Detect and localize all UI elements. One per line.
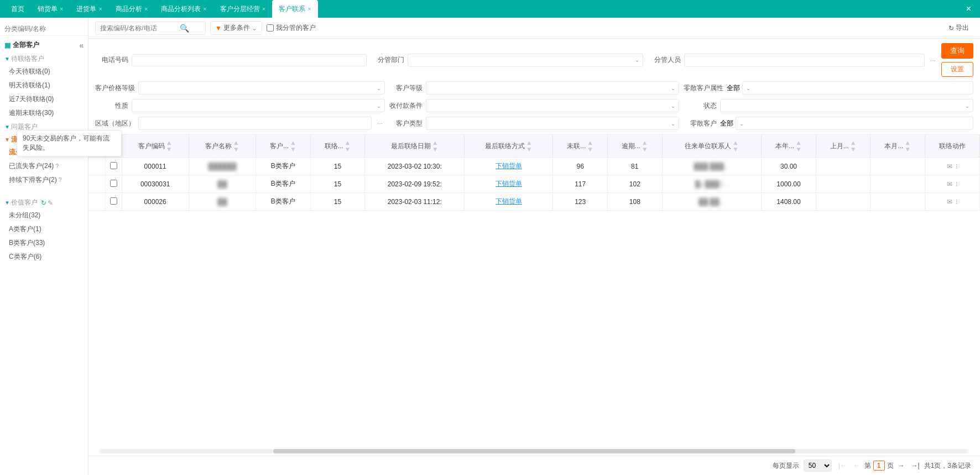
th-this-year-label: 本年...: [775, 142, 794, 151]
person-select[interactable]: [684, 54, 925, 67]
tab-home[interactable]: 首页: [4, 0, 31, 18]
row-contact2: █y ███3...: [662, 175, 762, 193]
sidebar-item-c-class[interactable]: C类客户(6): [0, 250, 88, 264]
region-dots-button[interactable]: ···: [375, 119, 385, 127]
my-customers-checkbox-label[interactable]: 我分管的客户: [267, 23, 316, 33]
action-icon-2[interactable]: ⁝: [956, 180, 958, 188]
tab-purchase[interactable]: 进货单 ×: [70, 0, 108, 18]
close-all-button[interactable]: ×: [962, 4, 976, 14]
action-icon-1[interactable]: ✉: [947, 163, 952, 170]
retail-attr-label: 零散客户属性: [684, 83, 723, 93]
sidebar-item-ungrouped[interactable]: 未分组(32): [0, 208, 88, 222]
tab-analysis-list-close[interactable]: ×: [203, 6, 206, 12]
sidebar-all-customers[interactable]: ▦ 全部客户 «: [0, 38, 88, 52]
price-level-select[interactable]: ⌄: [138, 81, 385, 95]
th-name-label: 客户名称: [205, 142, 232, 151]
th-overdue[interactable]: 逾期...▲▼: [607, 135, 662, 158]
sidebar-section-pending[interactable]: ▼ 待联络客户: [0, 52, 88, 65]
filter-row-2: 客户价格等级 ⌄ 客户等级 ⌄ 零散客户属性 全部: [95, 81, 973, 95]
customer-level-select[interactable]: ⌄: [426, 81, 679, 95]
status-select[interactable]: ⌄: [720, 99, 973, 112]
sidebar-item-declining-customers[interactable]: 持续下滑客户(2) ?: [0, 173, 88, 187]
sidebar-search-input[interactable]: [4, 25, 87, 33]
my-customers-checkbox[interactable]: [267, 24, 274, 32]
th-this-year[interactable]: 本年...▲▼: [762, 135, 816, 158]
th-action: 联络动作: [925, 135, 980, 158]
row-gear-cell: [88, 193, 105, 211]
prev-page-button[interactable]: ←: [851, 461, 862, 471]
action-icon-2[interactable]: ⁝: [956, 163, 958, 170]
export-button[interactable]: ↻ 导出: [944, 22, 973, 34]
page-size-label: 每页显示: [773, 461, 799, 471]
th-type-label: 客户...: [270, 142, 289, 151]
nature-select[interactable]: ⌄: [132, 99, 385, 112]
th-this-month[interactable]: 本月...▲▼: [870, 135, 925, 158]
tab-customer-tier[interactable]: 客户分层经营 ×: [213, 0, 272, 18]
sidebar-item-a-class[interactable]: A类客户(1): [0, 222, 88, 236]
settings-button[interactable]: 设置: [941, 62, 973, 77]
first-page-button[interactable]: |←: [836, 461, 849, 471]
tab-sales-close[interactable]: ×: [60, 6, 63, 12]
tab-sales[interactable]: 销货单 ×: [31, 0, 70, 18]
th-contact2[interactable]: 往来单位联系人▲▼: [662, 135, 762, 158]
th-last-date[interactable]: 最后联络日期▲▼: [365, 135, 465, 158]
tab-purchase-close[interactable]: ×: [98, 6, 102, 12]
customer-type-select[interactable]: ⌄: [426, 117, 679, 130]
row-checkbox[interactable]: [110, 197, 117, 205]
payment-select[interactable]: ⌄: [426, 99, 679, 112]
th-contact-count[interactable]: 联络...▲▼: [310, 135, 365, 158]
tab-customer-tier-close[interactable]: ×: [262, 6, 265, 12]
sidebar-item-overdue-contact[interactable]: 逾期未联络(30): [0, 106, 88, 120]
tab-customer-contact[interactable]: 客户联系 ×: [272, 0, 317, 18]
row-last-method[interactable]: 下销货单: [465, 158, 553, 175]
customer-table: ⚙ 客户编码▲▼ 客户名称▲▼ 客户...▲▼: [88, 135, 980, 211]
page-size-select[interactable]: 50 100 200: [804, 460, 832, 472]
action-icon-1[interactable]: ✉: [947, 180, 952, 188]
next-page-button[interactable]: →: [896, 461, 907, 471]
sidebar-item-today-contact[interactable]: 今天待联络(0): [0, 65, 88, 79]
value-edit-icon[interactable]: ✎: [48, 199, 53, 207]
phone-input[interactable]: [132, 54, 367, 66]
row-name: ██████: [189, 158, 256, 175]
value-refresh-icon[interactable]: ↻: [41, 199, 46, 207]
action-icon-2[interactable]: ⁝: [956, 198, 958, 206]
row-checkbox[interactable]: [110, 180, 117, 187]
sidebar-item-b-class[interactable]: B类客户(33): [0, 236, 88, 250]
row-last-method[interactable]: 下销货单: [465, 193, 553, 211]
th-uncontacted[interactable]: 未联...▲▼: [553, 135, 608, 158]
th-name[interactable]: 客户名称▲▼: [189, 135, 256, 158]
filter-search-box: 🔍: [95, 22, 206, 35]
region-label: 区域（地区）: [95, 119, 135, 128]
row-checkbox[interactable]: [110, 162, 117, 169]
sidebar-item-tomorrow-contact[interactable]: 明天待联络(1): [0, 79, 88, 92]
contact-count-sort-arrows: ▲▼: [345, 139, 351, 153]
retail-select[interactable]: ⌄: [736, 117, 973, 130]
action-icon-1[interactable]: ✉: [947, 198, 952, 206]
sidebar-collapse-btn[interactable]: «: [79, 41, 84, 50]
last-page-button[interactable]: →|: [909, 461, 922, 471]
tab-customer-contact-close[interactable]: ×: [307, 6, 311, 12]
horizontal-scrollbar[interactable]: [88, 447, 980, 456]
filter-row-1: 电话号码 分管部门 ⌄ 分管人员 ···: [95, 43, 973, 77]
retail-attr-select[interactable]: ⌄: [742, 81, 973, 95]
tab-analysis-list[interactable]: 商品分析列表 ×: [154, 0, 213, 18]
search-input[interactable]: [100, 24, 178, 32]
row-code: 000011: [122, 158, 189, 175]
row-this-year: 30.00: [762, 158, 816, 175]
sidebar-item-7day-contact[interactable]: 近7天待联络(0): [0, 92, 88, 106]
th-type[interactable]: 客户...▲▼: [256, 135, 311, 158]
row-last-method[interactable]: 下销货单: [465, 175, 553, 193]
th-last-month[interactable]: 上月...▲▼: [816, 135, 870, 158]
sidebar-section-value[interactable]: ▼ 价值客户 ↻ ✎: [0, 196, 88, 208]
region-select[interactable]: [138, 117, 372, 130]
more-conditions-button[interactable]: ▼ 更多条件 ⌄: [210, 21, 262, 35]
th-overdue-label: 逾期...: [622, 142, 640, 151]
tab-analysis[interactable]: 商品分析 ×: [109, 0, 154, 18]
sidebar-item-lost-customers[interactable]: 已流失客户(24) ?: [0, 159, 88, 173]
query-button[interactable]: 查询: [941, 43, 973, 59]
person-dots-button[interactable]: ···: [928, 56, 938, 64]
th-last-method[interactable]: 最后联络方式▲▼: [465, 135, 553, 158]
th-code[interactable]: 客户编码▲▼: [122, 135, 189, 158]
dept-select[interactable]: ⌄: [408, 54, 643, 67]
tab-analysis-close[interactable]: ×: [144, 6, 148, 12]
